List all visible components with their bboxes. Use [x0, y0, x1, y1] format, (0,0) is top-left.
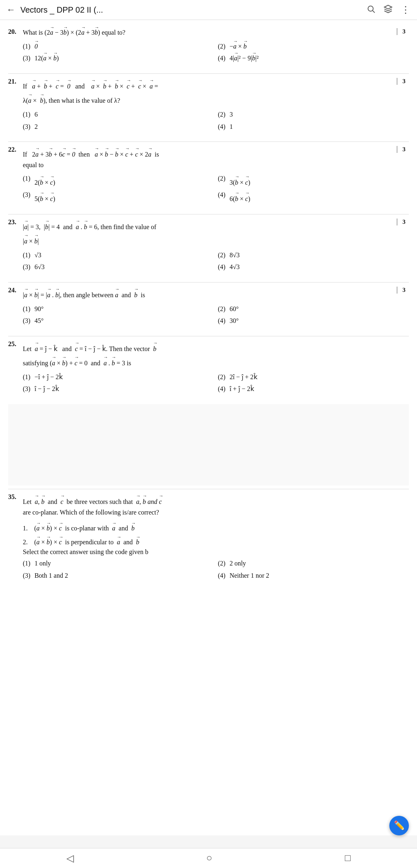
question-23: 23. |a→| = 3, |b→| = 4 and a→ . b→ = 6, … [8, 218, 409, 272]
q20-opt4[interactable]: (4) 4|a→|² − 9|b→|² [218, 53, 405, 64]
q22-options: (1) 2(b→ × c→) (2) 3(b→ × c→) (3) 5(b→ ×… [23, 173, 405, 204]
q22-number: 22. [8, 145, 23, 204]
q35-opt2[interactable]: (2) 2 only [218, 558, 405, 569]
top-bar: ← Vectors _ DPP 02 II (... ⋮ [0, 0, 417, 20]
q35-item2: 2. (a→ × b→) × c→ is perpendicular to a→… [23, 534, 405, 546]
question-21: 21. If a→ + b→ + c→ = 0→ and a→ × b→ + b… [8, 77, 409, 132]
q23-opt4[interactable]: (4) 4√3 [218, 262, 405, 272]
question-35: 35. Let a→, b→ and c→ be three vectors s… [8, 493, 409, 581]
q20-opt1[interactable]: (1) 0→ [23, 41, 210, 52]
q25-opt3[interactable]: (3) î − ĵ − 2k̂ [23, 384, 210, 394]
q23-right-label: 3 [397, 219, 409, 225]
q21-text: If a→ + b→ + c→ = 0→ and a→ × b→ + b→ × … [23, 77, 405, 106]
q20-opt2[interactable]: (2) −a→ × b→ [218, 41, 405, 52]
q25-opt4[interactable]: (4) î + ĵ − 2k̂ [218, 384, 405, 394]
more-options-icon[interactable]: ⋮ [401, 4, 410, 15]
q35-opt4[interactable]: (4) Neither 1 nor 2 [218, 570, 405, 581]
q23-body: |a→| = 3, |b→| = 4 and a→ . b→ = 6, then… [23, 218, 409, 272]
q24-number: 24. [8, 286, 23, 326]
q21-body: If a→ + b→ + c→ = 0→ and a→ × b→ + b→ × … [23, 77, 409, 132]
q24-text: |a→ × b→| = |a→ . b→|, then angle betwee… [23, 286, 405, 300]
note-add-icon[interactable] [384, 4, 393, 15]
q25-body: Let a→ = ĵ − k̂ and c→ = î − ĵ − k̂. The… [23, 340, 409, 394]
question-20: 20. What is (2a→ − 3b→) × (2a→ + 3b→) eq… [8, 27, 409, 64]
q23-number: 23. [8, 218, 23, 272]
q23-opt2[interactable]: (2) 8√3 [218, 250, 405, 261]
q22-opt3[interactable]: (3) 5(b→ × c→) [23, 190, 210, 204]
q24-right-label: 3 [397, 287, 409, 294]
q22-opt4[interactable]: (4) 6(b→ × c→) [218, 190, 405, 204]
q22-opt2[interactable]: (2) 3(b→ × c→) [218, 173, 405, 188]
q24-opt1[interactable]: (1) 90° [23, 304, 210, 314]
question-22: 22. If 2a→ + 3b→ + 6c→ = 0→ then a→ × b→… [8, 145, 409, 204]
recents-nav-icon[interactable]: □ [345, 853, 351, 864]
q20-right-label: 3 [397, 28, 409, 35]
q21-opt2[interactable]: (2) 3 [218, 109, 405, 120]
svg-point-0 [368, 6, 373, 11]
back-nav-icon[interactable]: ◁ [66, 853, 74, 864]
q24-body: |a→ × b→| = |a→ . b→|, then angle betwee… [23, 286, 409, 326]
q35-instruction: Select the correct answer using the code… [23, 548, 405, 556]
search-icon[interactable] [367, 4, 375, 15]
q22-opt1[interactable]: (1) 2(b→ × c→) [23, 173, 210, 188]
q22-text: If 2a→ + 3b→ + 6c→ = 0→ then a→ × b→ − b… [23, 145, 405, 170]
q20-options: (1) 0→ (2) −a→ × b→ (3) 12(a→ × b→) (4) … [23, 41, 405, 64]
q25-number: 25. [8, 340, 23, 394]
q24-opt3[interactable]: (3) 45° [23, 316, 210, 326]
q23-opt1[interactable]: (1) √3 [23, 250, 210, 261]
q35-item1: 1. (a→ × b→) × c→ is co-planar with a→ a… [23, 521, 405, 532]
q24-opt4[interactable]: (4) 30° [218, 316, 405, 326]
q24-opt2[interactable]: (2) 60° [218, 304, 405, 314]
q22-body: If 2a→ + 3b→ + 6c→ = 0→ then a→ × b→ − b… [23, 145, 409, 204]
q21-number: 21. [8, 77, 23, 132]
q21-opt3[interactable]: (3) 2 [23, 121, 210, 132]
q21-opt1[interactable]: (1) 6 [23, 109, 210, 120]
q35-text: Let a→, b→ and c→ be three vectors such … [23, 493, 405, 517]
q25-options: (1) −î + ĵ − 2k̂ (2) 2î − ĵ + 2k̂ (3) î … [23, 372, 405, 394]
q20-opt3[interactable]: (3) 12(a→ × b→) [23, 53, 210, 64]
q23-options: (1) √3 (2) 8√3 (3) 6√3 (4) 4√3 [23, 250, 405, 272]
q20-text: What is (2a→ − 3b→) × (2a→ + 3b→) equal … [23, 27, 405, 38]
q35-opt3[interactable]: (3) Both 1 and 2 [23, 570, 210, 581]
main-content: 20. What is (2a→ − 3b→) × (2a→ + 3b→) eq… [0, 20, 417, 835]
back-button[interactable]: ← [7, 4, 15, 15]
q21-options: (1) 6 (2) 3 (3) 2 (4) 1 [23, 109, 405, 132]
q25-opt1[interactable]: (1) −î + ĵ − 2k̂ [23, 372, 210, 382]
page-title: Vectors _ DPP 02 II (... [20, 5, 358, 15]
q21-opt4[interactable]: (4) 1 [218, 121, 405, 132]
q23-text: |a→| = 3, |b→| = 4 and a→ . b→ = 6, then… [23, 218, 405, 247]
q25-opt2[interactable]: (2) 2î − ĵ + 2k̂ [218, 372, 405, 382]
question-24: 24. |a→ × b→| = |a→ . b→|, then angle be… [8, 286, 409, 326]
q35-opt1[interactable]: (1) 1 only [23, 558, 210, 569]
q20-body: What is (2a→ − 3b→) × (2a→ + 3b→) equal … [23, 27, 409, 64]
home-nav-icon[interactable]: ○ [206, 853, 212, 864]
svg-line-1 [373, 11, 375, 13]
question-25: 25. Let a→ = ĵ − k̂ and c→ = î − ĵ − k̂.… [8, 340, 409, 394]
bottom-nav: ◁ ○ □ [0, 848, 417, 868]
q35-options: (1) 1 only (2) 2 only (3) Both 1 and 2 (… [23, 558, 405, 581]
q23-opt3[interactable]: (3) 6√3 [23, 262, 210, 272]
q35-number: 35. [8, 493, 23, 581]
edit-fab[interactable]: ✏️ [389, 816, 409, 835]
q24-options: (1) 90° (2) 60° (3) 45° (4) 30° [23, 304, 405, 326]
blank-section [8, 404, 409, 486]
q35-body: Let a→, b→ and c→ be three vectors such … [23, 493, 409, 581]
q20-number: 20. [8, 27, 23, 64]
q25-text: Let a→ = ĵ − k̂ and c→ = î − ĵ − k̂. The… [23, 340, 405, 369]
q22-right-label: 3 [397, 146, 409, 153]
q21-right-label: 3 [397, 78, 409, 85]
